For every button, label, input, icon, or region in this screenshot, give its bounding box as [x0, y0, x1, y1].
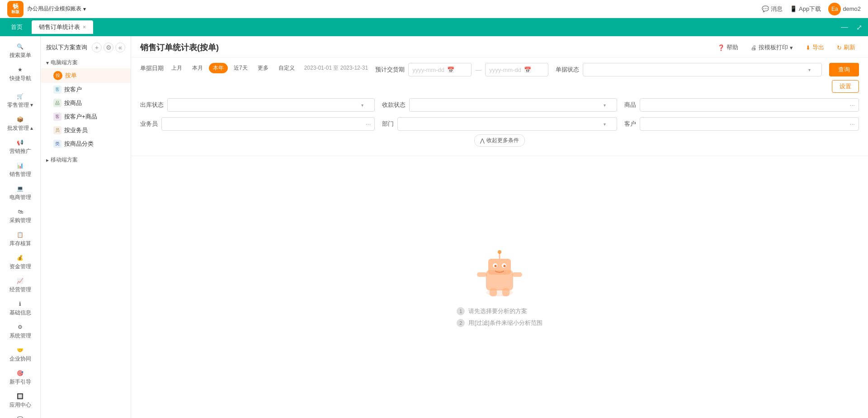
filter-expected-date-start[interactable]: yyyy-mm-dd 📅 — [408, 63, 472, 76]
filter-ship-status-select[interactable]: ▾ — [167, 98, 375, 112]
export-icon: ⬇ — [806, 44, 811, 51]
filter-salesperson-input[interactable]: ··· — [161, 117, 375, 131]
sidebar-item-inventory[interactable]: 📋 库存核算 — [0, 228, 40, 251]
scheme-panel-title: 按以下方案查询 — [46, 43, 87, 52]
date-btn-current-year[interactable]: 本年 — [209, 63, 228, 73]
filter-row-2: 出库状态 ▾ 收款状态 ▾ 商品 — [140, 98, 859, 112]
sidebar-item-newbie[interactable]: 🎯 新手引导 — [0, 366, 40, 390]
sidebar-item-retail[interactable]: 🛒 零售管理 ▾ — [0, 90, 40, 113]
sidebar-item-system[interactable]: ⚙ 系统管理 — [0, 320, 40, 343]
avatar: Ea — [828, 3, 841, 15]
filter-expected-date-end[interactable]: yyyy-mm-dd 📅 — [485, 63, 548, 76]
scheme-goods-icon: 品 — [53, 99, 61, 107]
date-btn-more[interactable]: 更多 — [254, 63, 273, 73]
scheme-panel: 按以下方案查询 + ⚙ « ▾ 电脑端方案 按 按单 客 按客户 — [41, 36, 131, 418]
print-dropdown-icon: ▾ — [790, 44, 793, 51]
sidebar-item-wholesale[interactable]: 📦 批发管理 ▴ — [0, 113, 40, 136]
tab-home[interactable]: 首页 — [4, 20, 30, 34]
print-icon: 🖨 — [751, 44, 757, 51]
date-btn-custom[interactable]: 自定义 — [274, 63, 299, 73]
scheme-settings-button[interactable]: ⚙ — [104, 43, 113, 52]
filter-ship-status-item: 出库状态 ▾ — [140, 98, 375, 112]
sidebar-item-sales[interactable]: 📊 销售管理 — [0, 159, 40, 182]
content-area: 按以下方案查询 + ⚙ « ▾ 电脑端方案 按 按单 客 按客户 — [41, 36, 868, 418]
filter-payment-status-select[interactable]: ▾ — [409, 98, 617, 112]
sidebar-item-finance[interactable]: 💰 资金管理 — [0, 251, 40, 274]
filter-department-select[interactable]: ▾ — [397, 117, 617, 131]
date-btn-this-month[interactable]: 本月 — [188, 63, 207, 73]
message-button[interactable]: 💬 消息 — [762, 5, 783, 13]
tab-close-icon[interactable]: × — [83, 24, 86, 30]
scheme-collapse-button[interactable]: « — [115, 43, 125, 52]
page-title: 销售订单统计表(按单) — [140, 42, 219, 53]
date-btn-last-month[interactable]: 上月 — [167, 63, 186, 73]
filter-payment-status-item: 收款状态 ▾ — [382, 98, 617, 112]
scheme-item-by-customer-goods[interactable]: 客 按客户+商品 — [41, 110, 131, 124]
filter-salesperson-item: 业务员 ··· — [140, 117, 375, 131]
filter-row-3: 业务员 ··· 部门 ▾ 客户 — [140, 117, 859, 131]
scheme-group-mobile-chevron-icon: ▸ — [46, 157, 49, 163]
filter-goods-label: 商品 — [624, 101, 636, 109]
filter-order-status-label: 单据状态 — [556, 66, 579, 74]
window-minimize-button[interactable]: — — [839, 22, 850, 33]
user-menu[interactable]: Ea demo2 — [828, 3, 861, 15]
date-btn-last7[interactable]: 近7天 — [230, 63, 252, 73]
refresh-button[interactable]: ↻ 刷新 — [833, 42, 859, 53]
enterprise-icon: 🤝 — [17, 347, 24, 353]
sidebar-item-search[interactable]: 🔍 搜索菜单 — [0, 40, 40, 63]
topbar-right: 💬 消息 📱 App下载 Ea demo2 — [762, 3, 861, 15]
scheme-item-by-customer[interactable]: 客 按客户 — [41, 83, 131, 96]
query-actions: 查询 设置 — [829, 63, 859, 93]
scheme-item-by-order[interactable]: 按 按单 — [41, 68, 131, 83]
scheme-item-by-goods[interactable]: 品 按商品 — [41, 96, 131, 110]
sidebar-item-enterprise[interactable]: 🤝 企业协同 — [0, 343, 40, 366]
sidebar-item-quick-nav[interactable]: ★ 快捷导航 — [0, 63, 40, 86]
settings-button[interactable]: 设置 — [832, 80, 859, 93]
filter-goods-item: 商品 ··· — [624, 98, 859, 112]
collapse-more-conditions-button[interactable]: ⋀ 收起更多条件 — [474, 134, 525, 147]
calendar-icon-start: 📅 — [447, 66, 454, 73]
company-title-dropdown[interactable]: 办公用品行业模拟账表 ▾ — [27, 5, 86, 13]
scheme-add-button[interactable]: + — [92, 43, 102, 52]
svg-rect-8 — [512, 272, 522, 277]
tab-sales-order-stats[interactable]: 销售订单统计表 × — [32, 20, 93, 34]
sidebar-item-ecommerce[interactable]: 💻 电商管理 — [0, 182, 40, 205]
export-button[interactable]: ⬇ 导出 — [802, 42, 828, 53]
scheme-customer-goods-icon: 客 — [53, 113, 61, 121]
window-maximize-button[interactable]: ⤢ — [854, 22, 864, 33]
system-icon: ⚙ — [18, 324, 23, 330]
scheme-item-by-staff[interactable]: 员 按业务员 — [41, 124, 131, 137]
finance-icon: 💰 — [17, 255, 24, 261]
sidebar-item-purchase[interactable]: 🛍 采购管理 — [0, 205, 40, 228]
sidebar-item-basic[interactable]: ℹ 基础信息 — [0, 297, 40, 320]
ecommerce-icon: 💻 — [17, 185, 24, 192]
filter-goods-input[interactable]: ··· — [640, 98, 859, 112]
scheme-group-mobile-title[interactable]: ▸ 移动端方案 — [41, 154, 131, 166]
scheme-group-pc-title[interactable]: ▾ 电脑端方案 — [41, 57, 131, 68]
filter-customer-item: 客户 ··· — [624, 117, 859, 131]
topbar: 畅 标版 办公用品行业模拟账表 ▾ 💬 消息 📱 App下载 Ea demo2 — [0, 0, 868, 18]
filter-order-status-select[interactable]: ▾ — [583, 63, 822, 76]
sidebar-item-app-center[interactable]: 🔲 应用中心 — [0, 390, 40, 413]
basic-icon: ℹ — [19, 301, 21, 307]
enterprise-wechat-icon: 💬 — [17, 416, 24, 418]
app-logo: 畅 标版 — [7, 1, 24, 17]
wholesale-icon: 📦 — [17, 116, 24, 123]
filter-customer-input[interactable]: ··· — [640, 117, 859, 131]
scheme-item-by-category[interactable]: 类 按商品分类 — [41, 137, 131, 151]
app-download-button[interactable]: 📱 App下载 — [790, 5, 821, 13]
filter-order-status-item: 单据状态 ▾ — [556, 63, 822, 76]
main-header-actions: ❓ 帮助 🖨 按模板打印 ▾ ⬇ 导出 ↻ 刷新 — [714, 42, 859, 53]
empty-box-svg — [472, 247, 527, 302]
main-layout: 🔍 搜索菜单 ★ 快捷导航 🛒 零售管理 ▾ 📦 批发管理 ▴ 📢 营销推广 📊… — [0, 36, 868, 418]
query-button[interactable]: 查询 — [829, 63, 859, 76]
calendar-icon-end: 📅 — [524, 66, 531, 73]
sidebar-item-operation[interactable]: 📈 经营管理 — [0, 274, 40, 297]
sidebar-item-enterprise-wechat[interactable]: 💬 企业微信 — [0, 413, 40, 418]
sidebar-item-marketing[interactable]: 📢 营销推广 — [0, 136, 40, 159]
date-shortcuts: 上月 本月 本年 近7天 更多 自定义 — [167, 63, 299, 73]
print-button[interactable]: 🖨 按模板打印 ▾ — [747, 42, 797, 53]
department-dropdown-icon: ▾ — [604, 122, 606, 127]
help-button[interactable]: ❓ 帮助 — [714, 42, 742, 53]
refresh-icon: ↻ — [837, 44, 842, 51]
